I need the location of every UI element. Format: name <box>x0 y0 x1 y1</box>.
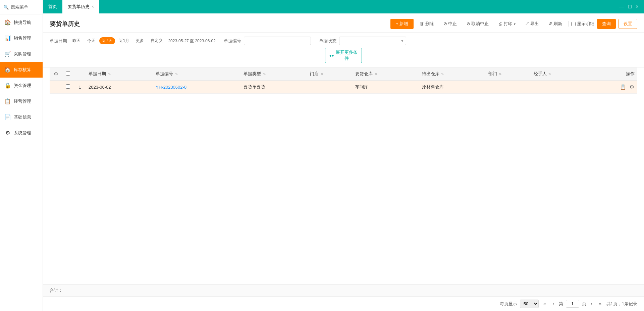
cell-req-warehouse: 车间库 <box>353 81 419 94</box>
sidebar-item-operations[interactable]: 📋 经营管理 <box>0 93 43 109</box>
column-settings-icon[interactable]: ⚙ <box>54 71 58 77</box>
system-icon: ⚙ <box>4 130 11 136</box>
main-area: 首页 要货单历史 × — □ × 要货单历史 + 新增 🗑 删除 ⊘ 中止 ⊘ … <box>43 0 644 311</box>
sort-icon-pending-warehouse[interactable]: ⇅ <box>441 72 444 76</box>
select-all-checkbox[interactable] <box>66 71 70 76</box>
op-icons: 📋 ⚙ <box>589 83 635 91</box>
print-dropdown-icon[interactable]: ▾ <box>514 22 516 26</box>
sidebar-item-system[interactable]: ⚙ 系统管理 <box>0 125 43 141</box>
sort-icon-store[interactable]: ⇅ <box>321 72 323 76</box>
col-department: 部门 ⇅ <box>486 68 531 81</box>
query-button[interactable]: 查询 <box>597 19 616 29</box>
export-button[interactable]: ↗ 导出 <box>522 19 543 29</box>
edit-icon[interactable]: 📋 <box>619 83 627 91</box>
bill-no-input[interactable] <box>244 37 311 45</box>
cell-operation: 📋 ⚙ <box>587 81 637 94</box>
date-filter-buttons: 昨天 今天 近7天 近1月 更多 自定义 <box>70 37 165 44</box>
stop-button[interactable]: ⊘ 中止 <box>440 19 461 29</box>
page-number-input[interactable] <box>566 300 579 308</box>
cell-pending-warehouse: 原材料仓库 <box>419 81 486 94</box>
sidebar-item-search[interactable]: 🔍 搜索菜单 <box>0 0 43 14</box>
tab-bill-history[interactable]: 要货单历史 × <box>62 0 99 13</box>
content: 要货单历史 + 新增 🗑 删除 ⊘ 中止 ⊘ 取消中止 🖨 打印 ▾ ↗ 导出 … <box>43 13 644 311</box>
cell-department <box>486 81 531 94</box>
sidebar-item-inventory[interactable]: 🏠 库存核算 <box>0 62 43 78</box>
filter-row-1: 单据日期 昨天 今天 近7天 近1月 更多 自定义 2023-05-27 至 2… <box>50 37 637 45</box>
purchase-icon: 🛒 <box>4 51 11 57</box>
topbar: 首页 要货单历史 × — □ × <box>43 0 644 13</box>
tab-home[interactable]: 首页 <box>43 0 62 13</box>
cancel-stop-button[interactable]: ⊘ 取消中止 <box>463 19 492 29</box>
date-btn-yesterday[interactable]: 昨天 <box>70 37 83 44</box>
col-req-warehouse: 要货仓库 ⇅ <box>353 68 419 81</box>
settings-button[interactable]: 设置 <box>619 19 637 29</box>
tab-close-icon[interactable]: × <box>92 4 94 9</box>
table-footer: 合计： <box>43 284 644 296</box>
row-checkbox-cell <box>62 81 74 94</box>
window-close-btn[interactable]: × <box>636 4 639 10</box>
date-range-display: 2023-05-27 至 2023-06-02 <box>168 38 215 44</box>
copy-icon[interactable]: ⚙ <box>629 83 635 91</box>
date-btn-custom[interactable]: 自定义 <box>148 37 165 44</box>
sidebar-item-basic-info[interactable]: 📄 基础信息 <box>0 109 43 125</box>
total-info: 共1页，1条记录 <box>606 301 637 307</box>
filter-bill-status: 单据状态 <box>319 37 406 45</box>
date-btn-more[interactable]: 更多 <box>133 37 147 44</box>
page-end-label: 页 <box>582 301 586 307</box>
cell-handler <box>531 81 587 94</box>
refresh-button[interactable]: ↺ 刷新 <box>545 19 566 29</box>
col-operation: 操作 <box>587 68 637 81</box>
cell-bill-date: 2023-06-02 <box>86 81 153 94</box>
window-minimize-btn[interactable]: — <box>619 4 624 10</box>
display-detail-toggle[interactable]: 显示明细 <box>571 21 594 27</box>
next-page-btn[interactable]: › <box>589 301 594 307</box>
display-detail-checkbox[interactable] <box>571 22 576 26</box>
col-bill-date: 单据日期 ⇅ <box>86 68 153 81</box>
window-maximize-btn[interactable]: □ <box>628 4 632 10</box>
sidebar-item-finance[interactable]: 🔒 资金管理 <box>0 78 43 93</box>
sort-icon-bill-date[interactable]: ⇅ <box>108 72 111 76</box>
expand-more-btn[interactable]: ▾▾ 展开更多条件 <box>325 48 362 63</box>
date-btn-7days[interactable]: 近7天 <box>99 37 115 44</box>
pagination-bar: 每页显示 20 50 100 200 « ‹ 第 页 › » 共1页，1条记录 <box>43 296 644 311</box>
first-page-btn[interactable]: « <box>541 301 548 307</box>
last-page-btn[interactable]: » <box>597 301 603 307</box>
sidebar-item-sales[interactable]: 📊 销售管理 <box>0 30 43 46</box>
col-handler: 经手人 ⇅ <box>531 68 587 81</box>
sidebar-item-quick-nav[interactable]: 🏠 快捷导航 <box>0 14 43 30</box>
topbar-right: — □ × <box>619 4 644 10</box>
col-pending-warehouse: 待出仓库 ⇅ <box>419 68 486 81</box>
sort-icon-handler[interactable]: ⇅ <box>548 72 551 76</box>
cell-bill-no: YH-20230602-0 <box>153 81 241 94</box>
delete-button[interactable]: 🗑 删除 <box>416 19 437 29</box>
search-icon: 🔍 <box>3 5 9 10</box>
table-row: 1 2023-06-02 YH-20230602-0 要货单要货 <box>50 81 637 94</box>
sales-icon: 📊 <box>4 35 11 41</box>
cell-store <box>307 81 353 94</box>
table-header-row: ⚙ 单据日期 ⇅ 单据编号 ⇅ <box>50 68 637 81</box>
page-size-select[interactable]: 20 50 100 200 <box>520 300 539 308</box>
bill-status-select[interactable] <box>339 37 406 45</box>
sort-icon-bill-type[interactable]: ⇅ <box>263 72 266 76</box>
col-row-num <box>74 68 86 81</box>
page-header: 要货单历史 + 新增 🗑 删除 ⊘ 中止 ⊘ 取消中止 🖨 打印 ▾ ↗ 导出 … <box>43 13 644 33</box>
date-btn-1month[interactable]: 近1月 <box>116 37 132 44</box>
page-size-label: 每页显示 <box>500 301 517 307</box>
sort-icon-bill-no[interactable]: ⇅ <box>175 72 178 76</box>
toolbar: + 新增 🗑 删除 ⊘ 中止 ⊘ 取消中止 🖨 打印 ▾ ↗ 导出 ↺ 刷新 显… <box>390 19 637 29</box>
sort-icon-department[interactable]: ⇅ <box>499 72 501 76</box>
operations-icon: 📋 <box>4 98 11 104</box>
inventory-icon: 🏠 <box>4 66 11 73</box>
table-area: ⚙ 单据日期 ⇅ 单据编号 ⇅ <box>43 68 644 284</box>
sort-icon-req-warehouse[interactable]: ⇅ <box>375 72 377 76</box>
sidebar-item-purchase[interactable]: 🛒 采购管理 <box>0 46 43 62</box>
finance-icon: 🔒 <box>4 82 11 89</box>
bill-no-link[interactable]: YH-20230602-0 <box>156 85 186 90</box>
prev-page-btn[interactable]: ‹ <box>550 301 556 307</box>
print-button[interactable]: 🖨 打印 ▾ <box>495 19 519 29</box>
page-label: 第 <box>559 301 563 307</box>
new-button[interactable]: + 新增 <box>390 19 414 29</box>
date-btn-today[interactable]: 今天 <box>85 37 98 44</box>
row-checkbox[interactable] <box>66 84 70 89</box>
filter-bill-no: 单据编号 <box>224 37 311 45</box>
